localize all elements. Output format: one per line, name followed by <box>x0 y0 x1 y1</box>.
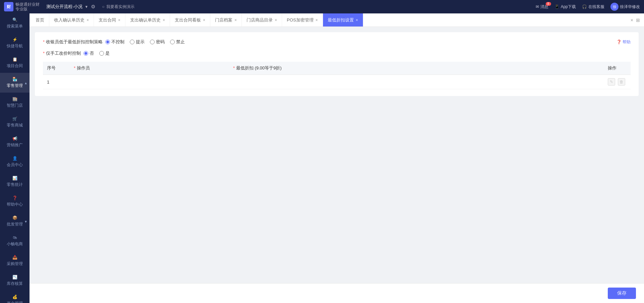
tabbar: 首页 收入确认单历史 × 支出合同 × 支出确认单历史 × 支出合同看板 × 门… <box>30 13 644 27</box>
radio-password[interactable]: 密码 <box>150 39 165 45</box>
search-icon: 🔍 <box>12 17 17 22</box>
project-selector[interactable]: 测试分开流程-小况 ▼ <box>46 4 88 10</box>
radio-prompt[interactable]: 提示 <box>130 39 145 45</box>
radio-no-input[interactable] <box>84 51 88 56</box>
delete-row-button[interactable]: 🗑 <box>618 78 625 86</box>
store-icon: 🏪 <box>12 77 17 82</box>
discount-policy-radio-group: 不控制 提示 密码 禁止 <box>105 39 185 45</box>
megaphone-icon: 📢 <box>12 136 17 141</box>
tab-close-payment-board[interactable]: × <box>203 18 205 22</box>
sidebar-item-help[interactable]: ❓ 帮助中心 <box>0 192 30 211</box>
discount-table: 序号 操作员 最低折扣 (9.00等于9折) 操作 1 ✎ <box>43 62 631 89</box>
table-header-row: 序号 操作员 最低折扣 (9.00等于9折) 操作 <box>43 62 631 75</box>
help-icon: ❓ <box>12 196 17 200</box>
radio-yes[interactable]: 是 <box>99 50 110 56</box>
save-button[interactable]: 保存 <box>608 288 636 299</box>
tab-store-catalog[interactable]: 门店商品目录 × <box>242 13 282 27</box>
tab-close-store-file[interactable]: × <box>234 18 237 22</box>
user-menu[interactable]: 徐 徐泽华修改 <box>610 3 640 11</box>
tab-close-payment-confirm[interactable]: × <box>163 18 165 22</box>
chevron-up-icon: ▲ <box>24 81 28 85</box>
bag-icon: 🛍 <box>13 235 17 240</box>
tab-close-store-catalog[interactable]: × <box>275 18 277 22</box>
tab-income-confirm[interactable]: 收入确认单历史 × <box>49 13 94 27</box>
sidebar-item-finance[interactable]: 💰 资金管理 <box>0 291 30 303</box>
radio-forbid[interactable]: 禁止 <box>170 39 185 45</box>
cart-icon: 🛒 <box>12 116 17 121</box>
topbar: 财 畅捷通好业财 专业版 测试分开流程-小况 ▼ ⚙ ○ 我要看实例演示 ✉ 消… <box>0 0 644 13</box>
demo-link[interactable]: ○ 我要看实例演示 <box>102 4 135 10</box>
sidebar-item-marketing[interactable]: 📢 营销推广 <box>0 132 30 152</box>
topbar-right: ✉ 消息 8 📱 App下载 🎧 在线客服 徐 徐泽华修改 <box>536 3 640 11</box>
settings-card: 收银员低于最低折扣控制策略 不控制 提示 密码 <box>35 32 639 96</box>
chevron-down-icon: ▼ <box>85 5 88 9</box>
discount-policy-row: 收银员低于最低折扣控制策略 不控制 提示 密码 <box>43 39 631 45</box>
logo: 财 畅捷通好业财 专业版 <box>4 2 40 12</box>
tab-payment-board[interactable]: 支出合同看板 × <box>170 13 210 27</box>
edit-row-button[interactable]: ✎ <box>608 78 615 86</box>
bottom-bar: 保存 <box>30 283 644 303</box>
manual-price-row: 仅手工改价时控制 否 是 <box>43 50 631 56</box>
cell-action: ✎ 🗑 <box>604 75 631 89</box>
sidebar-item-purchase[interactable]: 📥 采购管理 <box>0 251 30 271</box>
table-row: 1 ✎ 🗑 <box>43 75 631 89</box>
topbar-settings-icon[interactable]: ⚙ <box>91 4 95 10</box>
tab-payment-contract[interactable]: 支出合同 × <box>94 13 125 27</box>
sidebar-item-ecommerce[interactable]: 🛍 小畅电商 <box>0 231 30 251</box>
radio-yes-input[interactable] <box>99 51 104 56</box>
sidebar-item-member-center[interactable]: 👤 会员中心 <box>0 152 30 172</box>
app-download-button[interactable]: 📱 App下载 <box>554 4 576 10</box>
radio-forbid-input[interactable] <box>170 40 175 44</box>
radio-no-control-input[interactable] <box>105 40 110 44</box>
col-header-action: 操作 <box>604 62 631 75</box>
box-icon: 📦 <box>12 215 17 220</box>
tab-close-all-icon[interactable]: × <box>631 17 633 23</box>
sidebar-item-retail-mall[interactable]: 🛒 零售商城 <box>0 112 30 132</box>
discount-policy-label: 收银员低于最低折扣控制策略 <box>43 39 103 45</box>
tab-close-pos-password[interactable]: × <box>316 18 318 22</box>
help-link[interactable]: ❓ 帮助 <box>616 39 631 45</box>
inventory-icon: 📉 <box>12 275 17 280</box>
sidebar-item-shortcuts[interactable]: ⚡ 快捷导航 <box>0 33 30 53</box>
online-service-button[interactable]: 🎧 在线客服 <box>582 4 604 10</box>
sidebar-item-project-contract[interactable]: 📋 项目合同 <box>0 53 30 73</box>
messages-badge: 8 <box>546 2 551 6</box>
radio-no-control[interactable]: 不控制 <box>105 39 124 45</box>
tab-min-discount[interactable]: 最低折扣设置 × <box>323 13 363 27</box>
tab-store-file[interactable]: 门店档案 × <box>210 13 242 27</box>
sidebar-item-retail-stats[interactable]: 📊 零售统计 <box>0 172 30 192</box>
radio-prompt-input[interactable] <box>130 40 135 44</box>
money-icon: 💰 <box>12 295 17 299</box>
help-icon: ❓ <box>616 40 622 44</box>
content-area: 首页 收入确认单历史 × 支出合同 × 支出确认单历史 × 支出合同看板 × 门… <box>30 13 644 303</box>
cell-seq: 1 <box>43 75 70 89</box>
tab-close-income-confirm[interactable]: × <box>87 18 89 22</box>
service-icon: 🎧 <box>582 4 587 9</box>
tab-close-min-discount[interactable]: × <box>356 18 358 22</box>
clipboard-icon: 📋 <box>12 57 17 62</box>
chart-icon: 📊 <box>12 176 17 181</box>
tab-payment-confirm[interactable]: 支出确认单历史 × <box>125 13 170 27</box>
radio-no[interactable]: 否 <box>84 50 94 56</box>
sidebar-item-batch-mgmt[interactable]: 📦 批发管理 ▼ <box>0 211 30 231</box>
radio-password-input[interactable] <box>150 40 155 44</box>
sidebar: 🔍 搜索菜单 ⚡ 快捷导航 📋 项目合同 🏪 零售管理 ▲ 🏬 智慧门店 🛒 零… <box>0 13 30 303</box>
manual-price-radio-group: 否 是 <box>84 50 110 56</box>
sidebar-item-inventory[interactable]: 📉 库存核算 <box>0 271 30 291</box>
circle-icon: ○ <box>102 4 104 9</box>
tab-more-icon[interactable]: ⊞ <box>636 17 640 23</box>
tab-home[interactable]: 首页 <box>31 13 49 27</box>
sidebar-item-search[interactable]: 🔍 搜索菜单 <box>0 13 30 33</box>
lightning-icon: ⚡ <box>12 37 17 42</box>
shop-icon: 🏬 <box>12 97 17 101</box>
logo-icon: 财 <box>4 2 13 11</box>
sidebar-item-retail-mgmt[interactable]: 🏪 零售管理 ▲ <box>0 73 30 93</box>
cell-operator <box>70 75 229 89</box>
page-content: 收银员低于最低折扣控制策略 不控制 提示 密码 <box>30 27 644 283</box>
sidebar-item-smart-store[interactable]: 🏬 智慧门店 <box>0 93 30 112</box>
tabbar-end: × ⊞ <box>628 17 643 23</box>
tab-pos-password[interactable]: POS加密管理 × <box>282 13 323 27</box>
main-layout: 🔍 搜索菜单 ⚡ 快捷导航 📋 项目合同 🏪 零售管理 ▲ 🏬 智慧门店 🛒 零… <box>0 13 644 303</box>
messages-button[interactable]: ✉ 消息 8 <box>536 4 548 10</box>
tab-close-payment-contract[interactable]: × <box>118 18 120 22</box>
